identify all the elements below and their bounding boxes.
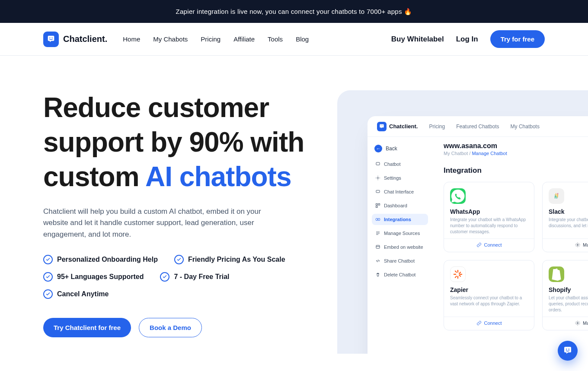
svg-point-15 (566, 349, 567, 349)
mock-sidebar-item-active: Integrations (372, 214, 428, 225)
try-chatclient-button[interactable]: Try Chatclient for free (43, 318, 131, 337)
login-link[interactable]: Log In (456, 35, 478, 44)
card-desc: Integrate your chatbot with a WhatsApp n… (450, 217, 528, 235)
card-action: Connect (444, 317, 534, 326)
nav-affiliate[interactable]: Affiliate (233, 35, 255, 43)
mock-back: ← Back (374, 145, 425, 152)
header-right: Buy Whitelabel Log In Try for free (391, 30, 545, 48)
hero-title: Reduce customer support by 90% with cust… (43, 90, 320, 194)
mock-main: www.asana.com My Chatbot / Manage Chatbo… (432, 137, 588, 354)
card-action: Manage (543, 238, 588, 247)
check-circle-icon (43, 272, 53, 282)
svg-point-13 (577, 244, 578, 246)
chatclient-logo-icon (43, 32, 59, 47)
check-circle-icon (43, 255, 53, 264)
card-title: Zapier (450, 286, 528, 293)
nav-pricing[interactable]: Pricing (201, 35, 220, 43)
integration-card-whatsapp: WhatsApp Integrate your chatbot with a W… (444, 182, 534, 252)
whatsapp-icon (450, 188, 466, 204)
svg-rect-6 (376, 190, 380, 193)
mock-sidebar-item: Chat Interface (372, 186, 428, 197)
hero-subtitle: Chatclient will help you build a custom … (43, 206, 268, 240)
mock-sidebar-item: Manage Sources (372, 228, 428, 239)
mock-brand-name: Chatclient. (389, 123, 418, 130)
benefit-label: Cancel Anytime (57, 290, 109, 298)
hero-title-accent: AI chatbots (145, 161, 291, 192)
mock-section-title: Integration (432, 157, 588, 182)
check-circle-icon (174, 255, 184, 264)
nav-my-chatbots[interactable]: My Chabots (153, 35, 188, 43)
mock-sidebar-list: Chatbot Settings Chat Interface Dashboar… (372, 159, 428, 280)
mock-breadcrumb: www.asana.com My Chatbot / Manage Chatbo… (432, 140, 588, 157)
brand-logo-link[interactable]: Chatclient. (43, 32, 107, 47)
benefit-label: 7 - Day Free Trial (174, 273, 229, 281)
book-demo-button[interactable]: Book a Demo (139, 318, 202, 337)
benefit-item: 7 - Day Free Trial (160, 272, 229, 282)
mock-sidebar: ← Back Chatbot Settings Chat Interface D… (368, 137, 432, 354)
header-left: Chatclient. Home My Chabots Pricing Affi… (43, 32, 309, 47)
hero-illustration: Chatclient. Pricing Featured Chatbots My… (337, 90, 588, 354)
nav-blog[interactable]: Blog (296, 35, 309, 43)
benefit-item: 95+ Languages Supported (43, 272, 144, 282)
benefit-item: Personalized Onboarding Help (43, 255, 158, 264)
mock-brand: Chatclient. (377, 122, 418, 131)
card-desc: Let your chatbot assist Shopify with que… (549, 295, 588, 313)
mock-body: ← Back Chatbot Settings Chat Interface D… (368, 137, 588, 354)
mock-back-label: Back (386, 146, 397, 152)
mock-topbar: Chatclient. Pricing Featured Chatbots My… (368, 116, 588, 137)
integration-card-zapier: Zapier Seamlessly connect your chatbot t… (444, 260, 534, 330)
svg-point-3 (382, 125, 383, 126)
check-circle-icon (43, 289, 53, 299)
integration-card-slack: # Slack Integrate your chatbot with Slac… (542, 182, 588, 252)
mock-breadcrumb-path: My Chatbot / Manage Chatbot (444, 151, 588, 156)
gear-icon (575, 320, 580, 326)
product-mock: Chatclient. Pricing Featured Chatbots My… (368, 116, 588, 354)
mock-sidebar-item: Share Chatbot (372, 255, 428, 266)
mock-site-name: www.asana.com (444, 142, 588, 150)
mock-sidebar-item: Embed on website (372, 241, 428, 253)
card-title: WhatsApp (450, 208, 528, 215)
svg-point-2 (381, 125, 381, 126)
main-nav: Home My Chabots Pricing Affiliate Tools … (123, 35, 309, 43)
announcement-bar[interactable]: Zapier integration is live now, you can … (0, 0, 588, 23)
svg-point-0 (49, 37, 50, 38)
benefit-item: Friendly Pricing As You Scale (174, 255, 285, 264)
mock-sidebar-item: Settings (372, 172, 428, 184)
slack-icon: # (549, 188, 564, 204)
svg-rect-10 (376, 219, 378, 221)
mock-sidebar-item: Chatbot (372, 159, 428, 170)
card-action: Manage (543, 317, 588, 326)
hero-copy: Reduce customer support by 90% with cust… (43, 90, 320, 337)
card-title: Slack (549, 208, 588, 215)
mock-sidebar-item: Delete Chatbot (372, 269, 428, 280)
mock-topnav-item: Pricing (429, 124, 445, 130)
integration-card-shopify: Shopify Let your chatbot assist Shopify … (542, 260, 588, 330)
hero-section: Reduce customer support by 90% with cust… (0, 56, 588, 354)
buy-whitelabel-link[interactable]: Buy Whitelabel (391, 35, 444, 44)
mock-sidebar-item: Dashboard (372, 200, 428, 211)
svg-rect-12 (376, 245, 380, 248)
svg-rect-8 (378, 204, 380, 206)
svg-point-16 (569, 349, 569, 349)
brand-name: Chatclient. (63, 34, 107, 44)
mock-cards: WhatsApp Integrate your chatbot with a W… (432, 182, 588, 330)
mock-topnav-item: My Chatbots (511, 124, 540, 130)
mock-topnav-item: Featured Chatbots (456, 124, 499, 130)
svg-point-5 (377, 178, 379, 179)
shopify-icon (549, 266, 564, 282)
card-title: Shopify (549, 286, 588, 293)
chatclient-logo-icon (377, 122, 387, 131)
svg-point-1 (51, 37, 52, 38)
chat-widget-button[interactable] (558, 341, 578, 361)
nav-tools[interactable]: Tools (268, 35, 283, 43)
zapier-icon (450, 266, 466, 282)
svg-point-14 (577, 323, 578, 324)
link-icon (476, 320, 482, 326)
svg-rect-9 (376, 206, 378, 208)
nav-home[interactable]: Home (123, 35, 140, 43)
benefit-label: Friendly Pricing As You Scale (188, 256, 285, 263)
try-for-free-button[interactable]: Try for free (490, 30, 545, 48)
benefit-label: Personalized Onboarding Help (57, 256, 158, 263)
hero-ctas: Try Chatclient for free Book a Demo (43, 318, 320, 337)
svg-rect-11 (378, 219, 380, 221)
